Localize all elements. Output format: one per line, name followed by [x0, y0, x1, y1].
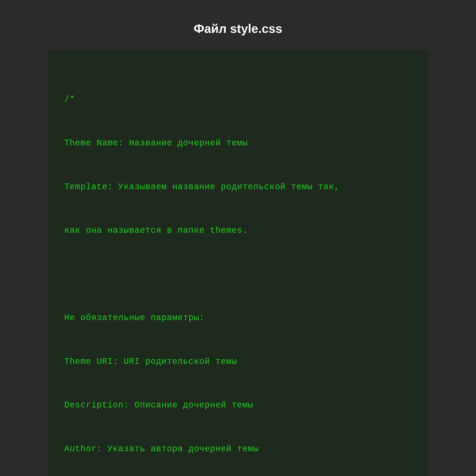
code-block: /* Theme Name: Название дочерней темы Te… — [48, 50, 428, 476]
code-empty-1 — [64, 267, 412, 282]
code-line-1: /* — [64, 92, 412, 107]
code-line-8: Author: Указать автора дочерней темы — [64, 442, 412, 456]
code-line-7: Description: Описание дочерней темы — [64, 398, 412, 412]
code-line-5: Не обязательные параметры: — [64, 311, 412, 325]
code-line-6: Theme URI: URI родительской темы — [64, 354, 412, 369]
code-line-4: как она называется в папке themes. — [64, 223, 412, 238]
code-line-2: Theme Name: Название дочерней темы — [64, 136, 412, 151]
code-line-3: Template: Указываем название родительско… — [64, 180, 412, 194]
page-title: Файл style.css — [194, 21, 282, 36]
